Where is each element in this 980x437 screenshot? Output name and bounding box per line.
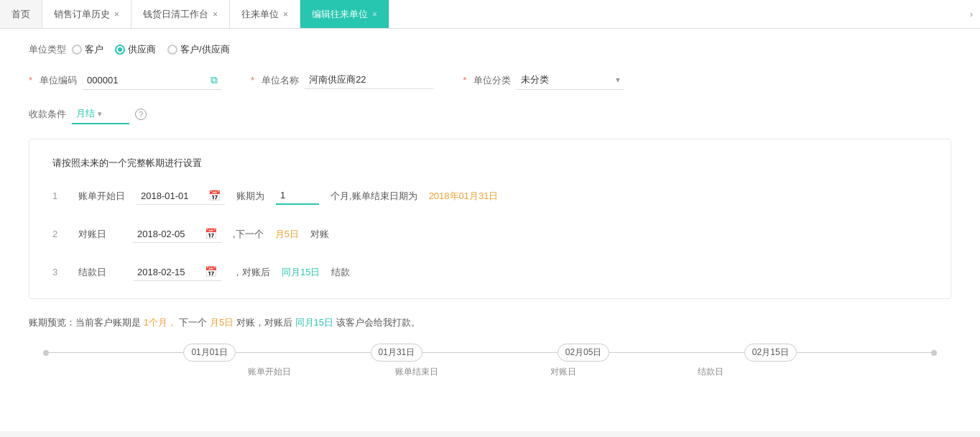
row-2-num: 2 [52, 229, 67, 239]
preview-highlight2: 月5日 [210, 317, 234, 328]
timeline-badge-2: 01月31日 [371, 344, 423, 362]
tab-home-label: 首页 [11, 8, 30, 21]
radio-supplier[interactable]: 供应商 [115, 43, 156, 56]
unit-code-label: 单位编码 [40, 74, 77, 87]
row-2-desc-post: 对账 [310, 228, 329, 241]
timeline-label-2: 账单结束日 [343, 366, 490, 378]
tab-cash-work-label: 钱货日清工作台 [143, 8, 208, 21]
row-3-num: 3 [52, 267, 67, 277]
setting-row-3: 3 结款日 📅 ，对账后 同月15日 结款 [52, 263, 928, 281]
setting-row-1: 1 账单开始日 📅 账期为 个月,账单结束日期为 2018年01月31日 [52, 187, 928, 205]
timeline-container: 01月01日 01月31日 02月05日 02月15日 [29, 344, 951, 378]
tab-counterpart[interactable]: 往来单位 × [230, 0, 300, 28]
row-3-date-wrap: 📅 [133, 263, 221, 281]
row-2-date-wrap: 📅 [133, 225, 221, 243]
radio-supplier-circle [115, 45, 125, 55]
unit-type-group: 单位类型 客户 供应商 客户/供应商 [29, 43, 230, 56]
timeline-node-1: 01月01日 [183, 344, 236, 362]
timeline-segment-5 [797, 352, 931, 353]
timeline-badge-3: 02月05日 [558, 344, 610, 362]
row-3-calendar-icon[interactable]: 📅 [205, 266, 217, 277]
timeline-label-3: 对账日 [490, 366, 637, 378]
preview-mid1: 下一个 [179, 317, 207, 328]
unit-code-input-wrap: ⧉ [83, 71, 222, 90]
tab-counterpart-label: 往来单位 [241, 8, 279, 21]
radio-customer-supplier[interactable]: 客户/供应商 [167, 43, 230, 56]
row-2-date-input[interactable] [137, 229, 202, 239]
unit-category-label: 单位分类 [473, 74, 511, 87]
tab-counterpart-close[interactable]: × [283, 9, 288, 19]
row-1-highlight: 2018年01月31日 [429, 190, 499, 203]
preview-highlight1: 1个月， [144, 317, 177, 328]
row-3-date-input[interactable] [137, 267, 202, 277]
radio-customer-circle [72, 45, 82, 55]
row-2-label: 对账日 [78, 228, 121, 241]
payment-condition-value: 月结 [76, 107, 95, 120]
payment-condition-row: 收款条件 月结 ▾ ? [29, 104, 951, 124]
preview-mid2: 对账，对账后 [236, 317, 292, 328]
payment-condition-select[interactable]: 月结 ▾ [72, 104, 129, 124]
timeline-left-dot [43, 350, 49, 356]
row-1-date-input[interactable] [141, 190, 205, 201]
radio-supplier-label: 供应商 [128, 43, 156, 56]
timeline-labels: 账单开始日 账单结束日 对账日 结款日 [43, 366, 937, 378]
unit-code-input[interactable] [87, 75, 208, 86]
row-1-num: 1 [52, 190, 67, 201]
radio-customer[interactable]: 客户 [72, 43, 103, 56]
payment-condition-arrow-icon: ▾ [98, 109, 102, 119]
tab-edit-counterpart-close[interactable]: × [372, 9, 377, 19]
radio-group-unit-type: 客户 供应商 客户/供应商 [72, 43, 230, 56]
preview-text: 账期预览：当前客户账期是 1个月， 下一个 月5日 对账，对账后 同月15日 该… [29, 316, 951, 329]
tab-sales-order[interactable]: 销售订单历史 × [42, 0, 131, 28]
unit-category-group: * 单位分类 未分类 ▾ [463, 70, 624, 90]
radio-customer-label: 客户 [85, 43, 103, 56]
help-icon[interactable]: ? [135, 109, 147, 120]
unit-name-input[interactable] [305, 72, 434, 89]
row-3-desc-post: 结款 [331, 266, 350, 279]
timeline-track: 01月01日 01月31日 02月05日 02月15日 [43, 344, 937, 362]
unit-name-label: 单位名称 [262, 74, 299, 87]
page-content: 单位类型 客户 供应商 客户/供应商 * 单位编码 [0, 29, 980, 431]
row-1-calendar-icon[interactable]: 📅 [208, 190, 221, 201]
preview-prefix: 账期预览：当前客户账期是 [29, 317, 141, 328]
timeline-node-4: 02月15日 [744, 344, 797, 362]
tab-cash-work[interactable]: 钱货日清工作台 × [131, 0, 230, 28]
timeline-right-dot [931, 350, 937, 356]
unit-type-label: 单位类型 [29, 43, 66, 56]
settings-title: 请按照未来的一个完整帐期进行设置 [52, 157, 928, 170]
tab-more-button[interactable]: › [963, 0, 980, 28]
timeline-label-4: 结款日 [637, 366, 785, 378]
tab-cash-work-close[interactable]: × [213, 9, 218, 19]
row-2-desc-pre: ,下一个 [233, 228, 264, 241]
unit-name-required: * [251, 75, 254, 86]
tab-home[interactable]: 首页 [0, 0, 42, 28]
timeline-node-2: 01月31日 [371, 344, 423, 362]
timeline-badge-4: 02月15日 [744, 344, 797, 362]
row-1-desc-post: 个月,账单结束日期为 [330, 190, 417, 203]
unit-info-row: * 单位编码 ⧉ * 单位名称 * 单位分类 未分类 ▾ [29, 70, 951, 90]
period-input[interactable] [276, 187, 319, 205]
unit-type-row: 单位类型 客户 供应商 客户/供应商 [29, 43, 951, 56]
unit-category-required: * [463, 75, 466, 86]
settings-panel: 请按照未来的一个完整帐期进行设置 1 账单开始日 📅 账期为 个月,账单结束日期… [29, 139, 951, 299]
timeline-node-3: 02月05日 [558, 344, 610, 362]
timeline-segment-2 [236, 352, 370, 353]
payment-condition-label: 收款条件 [29, 108, 66, 121]
unit-name-group: * 单位名称 [251, 72, 434, 89]
row-1-label: 账单开始日 [78, 190, 125, 203]
timeline-label-1: 账单开始日 [196, 366, 343, 378]
tab-edit-counterpart-label: 编辑往来单位 [312, 8, 368, 21]
copy-icon[interactable]: ⧉ [211, 74, 218, 86]
row-2-calendar-icon[interactable]: 📅 [205, 228, 217, 239]
unit-category-select[interactable]: 未分类 ▾ [517, 70, 624, 90]
row-3-highlight: 同月15日 [282, 266, 320, 279]
tab-edit-counterpart[interactable]: 编辑往来单位 × [300, 0, 389, 28]
row-3-desc-pre: ，对账后 [233, 266, 270, 279]
tab-sales-order-close[interactable]: × [114, 9, 119, 19]
timeline-segment-4 [609, 352, 744, 353]
timeline-segment-3 [422, 352, 557, 353]
timeline-badge-1: 01月01日 [183, 344, 236, 362]
row-3-label: 结款日 [78, 266, 121, 279]
tab-bar: 首页 销售订单历史 × 钱货日清工作台 × 往来单位 × 编辑往来单位 × › [0, 0, 980, 29]
tab-sales-order-label: 销售订单历史 [54, 8, 110, 21]
